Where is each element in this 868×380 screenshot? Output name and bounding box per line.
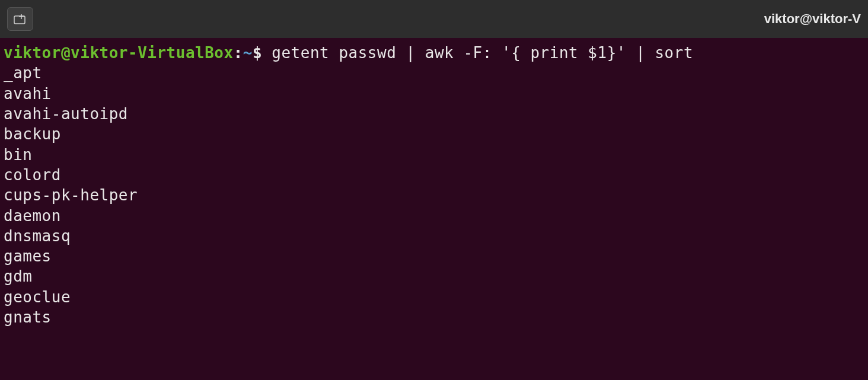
prompt-user-host: viktor@viktor-VirtualBox — [4, 44, 234, 62]
output-container: _aptavahiavahi-autoipdbackupbincolordcup… — [4, 63, 864, 327]
prompt-path: ~ — [243, 44, 253, 62]
output-line: daemon — [4, 206, 864, 226]
new-tab-icon — [13, 13, 27, 25]
terminal-body[interactable]: viktor@viktor-VirtualBox:~$ getent passw… — [0, 38, 868, 380]
output-line: _apt — [4, 63, 864, 83]
window-title: viktor@viktor-V — [764, 11, 861, 27]
output-line: cups-pk-helper — [4, 185, 864, 205]
output-line: geoclue — [4, 287, 864, 307]
output-line: bin — [4, 145, 864, 165]
prompt-colon: : — [234, 44, 243, 62]
output-line: dnsmasq — [4, 226, 864, 246]
output-line: games — [4, 246, 864, 266]
new-tab-button[interactable] — [7, 7, 33, 31]
prompt-dollar: $ — [253, 44, 262, 62]
command-text: getent passwd | awk -F: '{ print $1}' | … — [262, 44, 693, 62]
output-line: avahi — [4, 84, 864, 104]
output-line: colord — [4, 165, 864, 185]
titlebar: viktor@viktor-V — [0, 0, 868, 38]
output-line: gdm — [4, 266, 864, 286]
svg-rect-0 — [14, 16, 25, 24]
output-line: backup — [4, 124, 864, 144]
output-line: avahi-autoipd — [4, 104, 864, 124]
output-line: gnats — [4, 307, 864, 327]
